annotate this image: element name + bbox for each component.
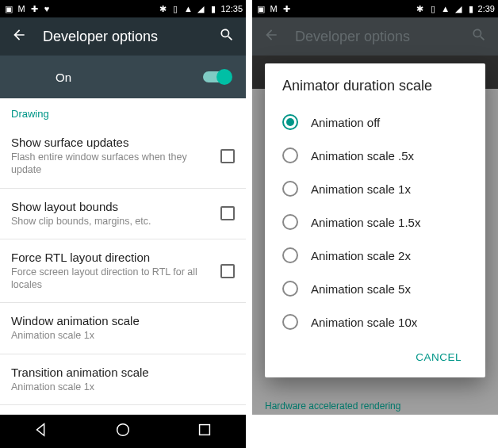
radio-icon	[282, 247, 298, 263]
radio-icon	[282, 147, 298, 163]
settings-list[interactable]: Drawing Show surface updatesFlash entire…	[0, 98, 246, 415]
radio-label: Animation scale 2x	[311, 249, 411, 262]
battery-icon: ▮	[465, 3, 477, 14]
radio-icon	[282, 181, 298, 197]
settings-item[interactable]: Window animation scaleAnimation scale 1x	[0, 303, 246, 354]
clock: 2:39	[478, 4, 495, 13]
radio-option[interactable]: Animation scale 1x	[282, 172, 468, 205]
dialog-title: Animator duration scale	[282, 78, 468, 94]
gplus-icon: ✚	[29, 3, 40, 14]
status-bar: ▣ M ✚ ✱ ▯ ▲ ◢ ▮ 2:39	[252, 0, 498, 17]
checkbox[interactable]	[220, 264, 235, 278]
signal-icon: ◢	[453, 3, 464, 14]
bluetooth-icon: ✱	[157, 3, 168, 14]
phone-right: ▣ M ✚ ✱ ▯ ▲ ◢ ▮ 2:39 Developer options S…	[252, 0, 498, 448]
wifi-icon: ▲	[440, 3, 451, 14]
radio-label: Animation scale 5x	[311, 282, 411, 296]
settings-item[interactable]: Transition animation scaleAnimation scal…	[0, 354, 246, 405]
item-subtitle: Flash entire window surfaces when they u…	[11, 151, 213, 177]
radio-option[interactable]: Animation scale 5x	[282, 272, 468, 305]
radio-label: Animation scale 1.5x	[311, 216, 420, 229]
animator-duration-dialog: Animator duration scale Animation offAni…	[265, 63, 485, 377]
checkbox[interactable]	[220, 206, 235, 220]
notification-icon: ▣	[3, 3, 14, 14]
item-title: Show surface updates	[11, 136, 213, 149]
svg-point-0	[117, 424, 129, 436]
item-title: Transition animation scale	[11, 366, 227, 379]
gmail-icon: M	[16, 3, 27, 14]
master-toggle-row[interactable]: On	[0, 56, 246, 98]
page-title: Developer options	[43, 29, 203, 45]
nav-recent[interactable]	[196, 421, 213, 442]
signal-icon: ◢	[195, 3, 206, 14]
item-title: Force RTL layout direction	[11, 251, 213, 264]
search-button[interactable]	[219, 27, 235, 46]
svg-rect-1	[200, 425, 210, 435]
nav-bar	[0, 415, 246, 448]
gplus-icon: ✚	[281, 3, 292, 14]
settings-item[interactable]: Animator duration scale	[0, 405, 246, 415]
section-header: Drawing	[0, 98, 246, 124]
radio-option[interactable]: Animation scale 2x	[282, 239, 468, 272]
item-subtitle: Animation scale 1x	[11, 381, 227, 393]
battery-icon: ▮	[208, 3, 219, 14]
bluetooth-icon: ✱	[415, 3, 426, 14]
radio-icon	[282, 214, 298, 230]
radio-label: Animation scale .5x	[311, 149, 414, 163]
item-subtitle: Animation scale 1x	[11, 329, 227, 342]
radio-label: Animation off	[311, 116, 380, 129]
radio-option[interactable]: Animation scale 1.5x	[282, 205, 468, 239]
phone-left: ▣ M ✚ ♥ ✱ ▯ ▲ ◢ ▮ 12:35 Developer option…	[0, 0, 246, 448]
back-button[interactable]	[11, 27, 27, 46]
item-subtitle: Show clip bounds, margins, etc.	[11, 215, 213, 228]
toggle-label: On	[56, 71, 71, 84]
clock: 12:35	[220, 4, 243, 13]
heart-icon: ♥	[41, 3, 52, 14]
radio-label: Animation scale 1x	[311, 182, 411, 196]
notification-icon: ▣	[255, 3, 266, 14]
app-bar: Developer options	[0, 17, 246, 56]
radio-icon	[282, 114, 298, 130]
radio-icon	[282, 281, 298, 297]
wifi-icon: ▲	[182, 3, 193, 14]
radio-option[interactable]: Animation scale .5x	[282, 139, 468, 172]
radio-option[interactable]: Animation scale 10x	[282, 305, 468, 339]
item-title: Window animation scale	[11, 314, 227, 327]
vibrate-icon: ▯	[427, 3, 439, 14]
item-title: Show layout bounds	[11, 200, 213, 213]
status-bar: ▣ M ✚ ♥ ✱ ▯ ▲ ◢ ▮ 12:35	[0, 0, 246, 17]
settings-item[interactable]: Force RTL layout directionForce screen l…	[0, 239, 246, 304]
gmail-icon: M	[268, 3, 279, 14]
item-subtitle: Force screen layout direction to RTL for…	[11, 266, 213, 292]
nav-back[interactable]	[33, 421, 50, 442]
toggle-switch[interactable]	[203, 71, 230, 82]
radio-icon	[282, 314, 298, 330]
radio-option[interactable]: Animation off	[282, 105, 468, 139]
nav-home[interactable]	[114, 421, 132, 442]
settings-item[interactable]: Show layout boundsShow clip bounds, marg…	[0, 189, 246, 239]
settings-item[interactable]: Show surface updatesFlash entire window …	[0, 124, 246, 189]
cancel-button[interactable]: CANCEL	[409, 343, 468, 371]
radio-label: Animation scale 10x	[311, 316, 417, 329]
bg-section-header: Hardware accelerated rendering	[265, 400, 400, 412]
checkbox[interactable]	[220, 149, 235, 163]
vibrate-icon: ▯	[170, 3, 181, 14]
